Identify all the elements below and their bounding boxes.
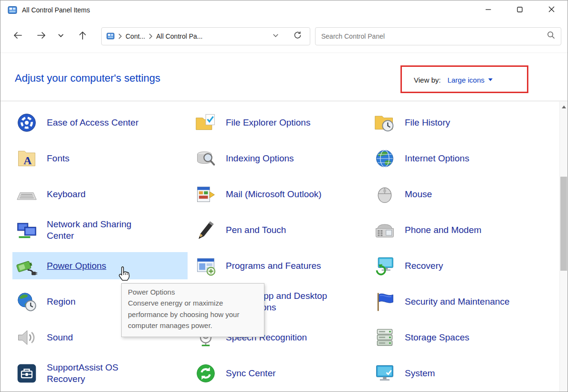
item-label: Phone and Modem (405, 224, 482, 236)
window-controls (473, 0, 567, 20)
content-area: Ease of Access CenterAFontsKeyboardNetwo… (0, 102, 568, 392)
supportassist-icon (16, 363, 37, 384)
maximize-button[interactable] (504, 0, 536, 20)
scrollbar-thumb[interactable] (560, 177, 567, 271)
search-input[interactable] (321, 32, 547, 40)
scrollbar[interactable] (559, 102, 568, 392)
titlebar: All Control Panel Items (0, 0, 568, 20)
minimize-icon (485, 6, 491, 14)
ease-of-access-icon (16, 112, 37, 133)
control-panel-item-power-options[interactable]: Power Options (12, 248, 190, 284)
navigation-toolbar: Cont... All Control Pa... (0, 20, 568, 53)
control-panel-item-sync-center[interactable]: Sync Center (191, 355, 369, 391)
phone-modem-icon (374, 220, 395, 241)
item-label: Keyboard (47, 189, 85, 200)
storage-spaces-icon (374, 327, 395, 348)
cursor-hand-icon (118, 266, 130, 281)
control-panel-window: All Control Panel Items (0, 0, 568, 392)
chevron-down-icon (58, 32, 64, 41)
dropdown-arrow-icon (488, 78, 493, 81)
forward-icon (37, 31, 46, 42)
search-box[interactable] (315, 27, 561, 45)
power-options-icon (16, 255, 37, 276)
tooltip-title: Power Options (128, 288, 258, 296)
item-label: Programs and Features (226, 260, 321, 272)
item-label: Network and Sharing Center (47, 219, 154, 242)
control-panel-item-storage-spaces[interactable]: Storage Spaces (370, 319, 560, 355)
file-explorer-options-icon (195, 112, 216, 133)
item-label: Region (47, 296, 75, 307)
page-header: Adjust your computer's settings View by:… (0, 53, 568, 101)
up-button[interactable] (74, 28, 92, 44)
back-button[interactable] (9, 28, 27, 44)
scroll-up-button[interactable] (560, 102, 568, 110)
address-bar[interactable]: Cont... All Control Pa... (101, 27, 310, 45)
control-panel-item-pen-and-touch[interactable]: Pen and Touch (191, 212, 369, 248)
programs-features-icon (195, 255, 216, 276)
item-label: Ease of Access Center (47, 117, 138, 128)
refresh-button[interactable] (292, 30, 303, 42)
view-by-value: Large icons (447, 76, 484, 84)
item-label: System (405, 368, 435, 379)
scroll-up-arrow-icon (562, 102, 566, 110)
item-label: Sound (47, 332, 73, 343)
control-panel-item-supportassist-os-recovery[interactable]: SupportAssist OS Recovery (12, 355, 190, 391)
breadcrumb-chevron-icon (118, 33, 122, 39)
breadcrumb-control-panel[interactable]: Cont... (126, 32, 145, 40)
region-icon (16, 291, 37, 312)
tooltip: Power Options Conserve energy or maximiz… (121, 283, 264, 337)
control-panel-item-file-explorer-options[interactable]: File Explorer Options (191, 105, 369, 140)
control-panel-item-indexing-options[interactable]: Indexing Options (191, 140, 369, 176)
control-panel-item-system[interactable]: System (370, 355, 560, 391)
file-history-icon (374, 112, 395, 133)
maximize-icon (517, 6, 523, 14)
forward-button[interactable] (32, 28, 51, 44)
minimize-button[interactable] (473, 0, 504, 20)
item-label: Fonts (47, 153, 70, 164)
control-panel-item-mouse[interactable]: Mouse (370, 176, 560, 212)
mouse-icon (374, 184, 395, 205)
control-panel-item-keyboard[interactable]: Keyboard (12, 176, 190, 212)
back-icon (13, 31, 22, 42)
item-label: Security and Maintenance (405, 296, 510, 307)
item-label: Internet Options (405, 153, 469, 164)
network-sharing-icon (16, 220, 37, 241)
control-panel-item-recovery[interactable]: Recovery (370, 248, 560, 284)
control-panel-item-network-and-sharing-center[interactable]: Network and Sharing Center (12, 212, 190, 248)
close-button[interactable] (536, 0, 567, 20)
item-label: Mouse (405, 189, 432, 200)
internet-options-icon (374, 148, 395, 169)
search-icon (547, 31, 555, 41)
item-label: Sync Center (226, 368, 276, 379)
breadcrumb-all-control-panel-items[interactable]: All Control Pa... (156, 32, 202, 40)
control-panel-icon (8, 5, 17, 15)
fonts-icon: A (16, 148, 37, 169)
control-panel-item-internet-options[interactable]: Internet Options (370, 140, 560, 176)
view-by-dropdown[interactable]: Large icons (447, 76, 493, 84)
item-label: Power Options (47, 260, 106, 272)
window-title: All Control Panel Items (22, 6, 90, 14)
security-maintenance-icon (374, 291, 395, 312)
control-panel-item-phone-and-modem[interactable]: Phone and Modem (370, 212, 560, 248)
control-panel-item-ease-of-access-center[interactable]: Ease of Access Center (12, 105, 190, 140)
item-label: Mail (Microsoft Outlook) (226, 189, 322, 200)
item-label: File Explorer Options (226, 117, 310, 128)
control-panel-item-fonts[interactable]: AFonts (12, 140, 190, 176)
sync-center-icon (195, 363, 216, 384)
recent-locations-button[interactable] (54, 28, 67, 44)
tooltip-body: Conserve energy or maximize performance … (128, 297, 258, 331)
control-panel-item-file-history[interactable]: File History (370, 105, 560, 140)
control-panel-item-mail-microsoft-outlook[interactable]: Mail (Microsoft Outlook) (191, 176, 369, 212)
control-panel-item-security-and-maintenance[interactable]: Security and Maintenance (370, 284, 560, 319)
indexing-options-icon (195, 148, 216, 169)
item-label: Indexing Options (226, 153, 294, 164)
close-icon (548, 6, 555, 14)
refresh-icon (294, 31, 302, 41)
control-panel-icon (106, 32, 115, 40)
item-label: SupportAssist OS Recovery (47, 362, 154, 385)
grid-column-1: Ease of Access CenterAFontsKeyboardNetwo… (12, 105, 190, 391)
system-icon (374, 363, 395, 384)
control-panel-item-programs-and-features[interactable]: Programs and Features (191, 248, 369, 284)
address-dropdown-button[interactable] (270, 30, 282, 42)
recovery-icon (374, 255, 395, 276)
